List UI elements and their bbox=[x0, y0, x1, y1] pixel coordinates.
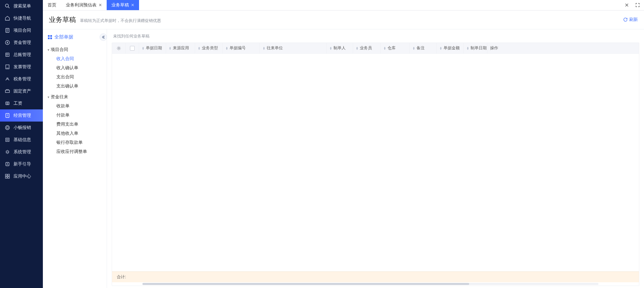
tax-icon bbox=[5, 76, 10, 82]
nav-item-fund[interactable]: 资金管理 bbox=[0, 36, 43, 49]
nav-item-base[interactable]: 基础信息 bbox=[0, 134, 43, 146]
tree-root[interactable]: 全部单据 bbox=[48, 33, 103, 44]
collapse-tree-icon[interactable] bbox=[100, 33, 107, 41]
nav-item-quicknav[interactable]: 快捷导航 bbox=[0, 12, 43, 24]
svg-rect-9 bbox=[6, 113, 9, 117]
column-label: 单据金额 bbox=[444, 45, 460, 51]
svg-point-0 bbox=[5, 4, 8, 7]
tree-leaf[interactable]: 收入合同 bbox=[48, 54, 103, 63]
column-header-amount[interactable]: ▲▼单据金额 bbox=[437, 43, 464, 53]
column-header-docno[interactable]: ▲▼单据编号 bbox=[223, 43, 260, 53]
svg-rect-14 bbox=[5, 174, 7, 176]
invoice-icon bbox=[5, 64, 10, 70]
nav-item-guide[interactable]: 新手引导 bbox=[0, 158, 43, 170]
sort-icon: ▲▼ bbox=[466, 47, 469, 50]
svg-rect-3 bbox=[6, 53, 9, 56]
sort-icon: ▲▼ bbox=[383, 47, 386, 50]
tree-leaf[interactable]: 付款单 bbox=[48, 111, 103, 120]
nav-item-reimburse[interactable]: 小畅报销 bbox=[0, 122, 43, 134]
close-icon[interactable]: ✕ bbox=[131, 3, 134, 7]
nav-item-tax[interactable]: 税务管理 bbox=[0, 73, 43, 85]
tree-leaf[interactable]: 其他收入单 bbox=[48, 129, 103, 138]
tab-label: 首页 bbox=[48, 2, 56, 8]
svg-rect-20 bbox=[48, 37, 50, 39]
page-title: 业务草稿 bbox=[49, 15, 76, 24]
refresh-button[interactable]: 刷新 bbox=[623, 17, 638, 23]
column-header-biztype[interactable]: ▲▼业务类型 bbox=[195, 43, 223, 53]
nav-item-asset[interactable]: 固定资产 bbox=[0, 85, 43, 97]
tab-home[interactable]: 首页 bbox=[43, 0, 61, 10]
tree-leaf[interactable]: 支出合同 bbox=[48, 73, 103, 82]
nav-item-salary[interactable]: 工资 bbox=[0, 97, 43, 109]
horizontal-scrollbar[interactable] bbox=[112, 282, 639, 286]
fullscreen-icon[interactable] bbox=[635, 2, 641, 8]
tab-draft[interactable]: 业务草稿✕ bbox=[107, 0, 139, 10]
column-header-salesman[interactable]: ▲▼业务员 bbox=[353, 43, 381, 53]
column-header-creator[interactable]: ▲▼制单人 bbox=[327, 43, 353, 53]
nav-label: 发票管理 bbox=[14, 64, 31, 70]
chevron-down-icon: ▾ bbox=[48, 48, 49, 52]
nav-label: 应用中心 bbox=[14, 173, 31, 179]
coin-icon bbox=[5, 40, 10, 45]
tab-profit[interactable]: 业务利润预估表✕ bbox=[61, 0, 107, 10]
tabs-bar: 首页业务利润预估表✕业务草稿✕ bbox=[43, 0, 644, 10]
tree-leaf[interactable]: 收入确认单 bbox=[48, 63, 103, 73]
column-header-source[interactable]: ▲▼来源应用 bbox=[166, 43, 195, 53]
nav-item-invoice[interactable]: 发票管理 bbox=[0, 61, 43, 73]
tree-leaf[interactable]: 支出确认单 bbox=[48, 82, 103, 91]
sort-icon: ▲▼ bbox=[225, 47, 228, 50]
nav-item-appcenter[interactable]: 应用中心 bbox=[0, 170, 43, 182]
column-header-cdate[interactable]: ▲▼制单日期 bbox=[464, 43, 487, 53]
column-header-date[interactable]: ▲▼单据日期 bbox=[139, 43, 166, 53]
svg-rect-6 bbox=[5, 90, 9, 93]
search-icon bbox=[5, 3, 10, 9]
column-label: 业务类型 bbox=[202, 45, 218, 51]
nav-item-search[interactable]: 搜索菜单 bbox=[0, 0, 43, 12]
svg-point-8 bbox=[7, 103, 8, 104]
column-header-remark[interactable]: ▲▼备注 bbox=[410, 43, 437, 53]
tree-leaf[interactable]: 收款单 bbox=[48, 102, 103, 111]
column-label: 业务员 bbox=[360, 45, 372, 51]
column-label: 仓库 bbox=[387, 45, 396, 51]
gear-icon[interactable] bbox=[116, 46, 121, 51]
salary-icon bbox=[5, 101, 10, 106]
nav-item-system[interactable]: 系统管理 bbox=[0, 146, 43, 158]
column-header-chk[interactable] bbox=[126, 43, 139, 53]
nav-label: 项目合同 bbox=[14, 27, 31, 33]
nav-item-biz[interactable]: 经营管理 bbox=[0, 109, 43, 122]
svg-rect-15 bbox=[8, 174, 9, 176]
app-icon bbox=[5, 174, 10, 179]
svg-rect-18 bbox=[48, 35, 50, 37]
close-icon[interactable]: ✕ bbox=[99, 3, 102, 7]
column-label: 操作 bbox=[490, 45, 498, 51]
select-all-checkbox[interactable] bbox=[130, 46, 135, 51]
tree-leaf[interactable]: 银行存取款单 bbox=[48, 138, 103, 147]
category-tree-panel: 全部单据 ▾项目合同收入合同收入确认单支出合同支出确认单▾资金往来收款单付款单费… bbox=[43, 29, 107, 288]
column-header-partner[interactable]: ▲▼往来单位 bbox=[260, 43, 327, 53]
nav-label: 小畅报销 bbox=[14, 125, 31, 131]
page-header: 业务草稿 草稿转为正式单据时，不会执行满赠促销优惠 刷新 bbox=[43, 10, 644, 29]
nav-label: 工资 bbox=[14, 100, 22, 106]
doc-icon bbox=[5, 28, 10, 33]
column-header-warehouse[interactable]: ▲▼仓库 bbox=[381, 43, 410, 53]
nav-label: 新手引导 bbox=[14, 161, 31, 167]
tree-leaf[interactable]: 应收应付调整单 bbox=[48, 147, 103, 156]
column-label: 来源应用 bbox=[173, 45, 189, 51]
tree-group-header[interactable]: ▾资金往来 bbox=[48, 92, 103, 102]
svg-point-12 bbox=[6, 151, 8, 153]
tree-group-header[interactable]: ▾项目合同 bbox=[48, 45, 103, 54]
nav-item-ledger[interactable]: 总账管理 bbox=[0, 49, 43, 61]
tree-group-label: 资金往来 bbox=[51, 94, 68, 100]
nav-item-contract[interactable]: 项目合同 bbox=[0, 24, 43, 36]
ledger-icon bbox=[5, 52, 10, 57]
sort-icon: ▲▼ bbox=[356, 47, 358, 50]
tab-label: 业务草稿 bbox=[111, 2, 129, 8]
tab-label: 业务利润预估表 bbox=[66, 2, 97, 8]
tree-leaf[interactable]: 费用支出单 bbox=[48, 120, 103, 129]
footer-total-label: 合计: bbox=[117, 274, 126, 280]
base-icon bbox=[5, 137, 10, 142]
column-label: 制单人 bbox=[333, 45, 346, 51]
column-header-gear[interactable] bbox=[112, 43, 126, 53]
close-all-icon[interactable] bbox=[624, 2, 630, 8]
sort-icon: ▲▼ bbox=[169, 47, 171, 50]
